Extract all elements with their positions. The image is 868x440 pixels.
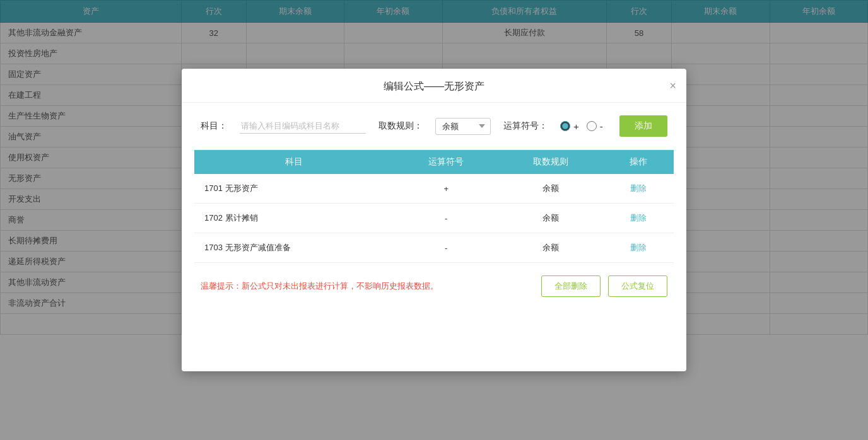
modal-close-button[interactable]: × (669, 80, 676, 91)
formula-subject: 1703 无形资产减值准备 (194, 233, 394, 263)
add-button[interactable]: 添加 (619, 115, 667, 137)
formula-action: 删除 (602, 233, 674, 263)
rule-label: 取数规则： (378, 120, 423, 132)
operator-plus-item[interactable]: + (560, 121, 579, 132)
operator-minus-item[interactable]: - (587, 121, 603, 132)
footer-tip: 温馨提示：新公式只对未出报表进行计算，不影响历史报表数据。 (201, 281, 438, 292)
data-table-wrap: 科目 运算符号 取数规则 操作 1701 无形资产 + 余额 删除 1702 累… (182, 150, 686, 263)
formula-action: 删除 (602, 174, 674, 204)
operator-group: + - (560, 121, 603, 132)
delete-row-button[interactable]: 删除 (630, 242, 647, 253)
footer-buttons: 全部删除 公式复位 (541, 275, 667, 297)
modal-footer: 温馨提示：新公式只对未出报表进行计算，不影响历史报表数据。 全部删除 公式复位 (182, 263, 686, 303)
operator-minus-label: - (600, 121, 603, 132)
rule-select[interactable]: 余额 借方 贷方 借方累计 贷方累计 (435, 118, 491, 135)
formula-operator: + (394, 174, 498, 204)
formula-subject: 1701 无形资产 (194, 174, 394, 204)
formula-rule: 余额 (498, 174, 602, 204)
formula-rule: 余额 (498, 233, 602, 263)
modal-header: 编辑公式——无形资产 × (182, 69, 686, 103)
form-row: 科目： 取数规则： 余额 借方 贷方 借方累计 贷方累计 运算符号： + (182, 103, 686, 149)
th-rule: 取数规则 (498, 150, 602, 174)
delete-row-button[interactable]: 删除 (630, 212, 647, 224)
formula-row: 1703 无形资产减值准备 - 余额 删除 (194, 233, 674, 263)
formula-subject: 1702 累计摊销 (194, 204, 394, 233)
operator-label: 运算符号： (503, 120, 548, 132)
modal-dialog: 编辑公式——无形资产 × 科目： 取数规则： 余额 借方 贷方 借方累计 贷方累… (182, 69, 686, 371)
formula-rule: 余额 (498, 204, 602, 233)
subject-input[interactable] (240, 119, 366, 134)
th-operator: 运算符号 (394, 150, 498, 174)
formula-row: 1702 累计摊销 - 余额 删除 (194, 204, 674, 233)
th-action: 操作 (602, 150, 674, 174)
delete-row-button[interactable]: 删除 (630, 183, 647, 194)
modal-overlay: 编辑公式——无形资产 × 科目： 取数规则： 余额 借方 贷方 借方累计 贷方累… (0, 0, 868, 440)
operator-plus-radio[interactable] (560, 121, 570, 131)
formula-operator: - (394, 204, 498, 233)
formula-table: 科目 运算符号 取数规则 操作 1701 无形资产 + 余额 删除 1702 累… (194, 150, 674, 263)
formula-row: 1701 无形资产 + 余额 删除 (194, 174, 674, 204)
formula-action: 删除 (602, 204, 674, 233)
modal-title: 编辑公式——无形资产 (384, 81, 484, 91)
table-header-row: 科目 运算符号 取数规则 操作 (194, 150, 674, 174)
operator-minus-radio[interactable] (587, 121, 597, 131)
footer-tip-text: 温馨提示：新公式只对未出报表进行计算，不影响历史报表数据。 (201, 281, 438, 291)
delete-all-button[interactable]: 全部删除 (541, 275, 601, 297)
rule-select-wrap: 余额 借方 贷方 借方累计 贷方累计 (435, 118, 491, 135)
subject-label: 科目： (201, 120, 227, 132)
th-subject: 科目 (194, 150, 394, 174)
formula-operator: - (394, 233, 498, 263)
operator-plus-label: + (573, 121, 579, 132)
reset-formula-button[interactable]: 公式复位 (608, 275, 667, 297)
